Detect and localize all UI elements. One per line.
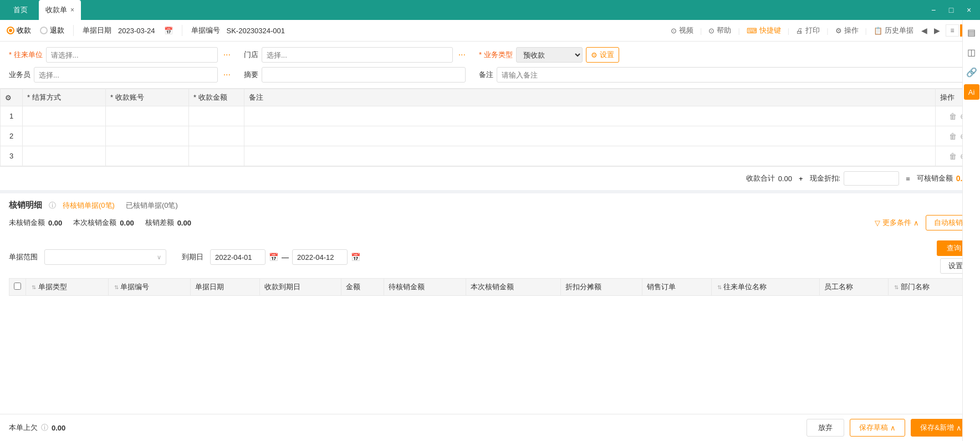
radio-shouquan[interactable]: 收款	[7, 25, 31, 35]
more-conditions-btn[interactable]: ▽ 更多条件 ∧	[875, 218, 919, 228]
shortcut-btn[interactable]: ⌨ 快捷键	[744, 25, 783, 35]
delete-icon-2[interactable]: 🗑	[949, 132, 957, 141]
calendar-to-icon[interactable]: 📅	[351, 253, 360, 261]
total-value: 0.00	[778, 175, 792, 183]
account-cell-2[interactable]	[106, 126, 189, 146]
video-btn[interactable]: ⊙ 视频	[668, 25, 696, 35]
minimize-button[interactable]: −	[927, 3, 940, 17]
filter-icon: ▽	[875, 219, 880, 227]
remarks-input[interactable]	[497, 67, 971, 83]
salesperson-more-icon[interactable]: ···	[223, 70, 231, 80]
bill-range-select[interactable]: ∨	[44, 249, 166, 265]
select-all-checkbox[interactable]	[14, 283, 21, 290]
amount-cell-3[interactable]	[189, 146, 244, 166]
discount-label: 现金折扣:	[810, 173, 841, 183]
maximize-button[interactable]: □	[945, 3, 958, 17]
payment-type-group: 收款 退款	[7, 25, 64, 35]
delete-icon-3[interactable]: 🗑	[949, 152, 957, 161]
bottom-bar: 本单上欠 ⓘ 0.00 放弃 保存草稿 ∧ 保存&新增 ∧	[0, 414, 980, 441]
row-num-2: 2	[1, 126, 23, 146]
toolbar-right: ⊙ 视频 | ⊙ 帮助 | ⌨ 快捷键 | 🖨 打印 | ⚙ 操作	[668, 24, 973, 37]
side-link-icon[interactable]: 🔗	[964, 64, 979, 80]
nav-left-icon[interactable]: ◀	[920, 26, 928, 35]
calendar-from-icon[interactable]: 📅	[269, 253, 278, 261]
summary-input[interactable]	[262, 67, 466, 83]
nav-right-icon[interactable]: ▶	[933, 26, 941, 35]
divider	[73, 25, 74, 36]
calendar-icon[interactable]: 📅	[164, 27, 173, 35]
history-btn[interactable]: 📋 历史单据	[871, 25, 916, 35]
side-ai-button[interactable]: Ai	[964, 84, 979, 100]
pending-tab-link[interactable]: 待核销单据(0笔)	[63, 201, 115, 211]
col-settings-header[interactable]: ⚙	[1, 89, 23, 106]
date-to-input[interactable]	[292, 249, 348, 265]
col-sales-order-header: 销售订单	[642, 279, 711, 296]
store-field: 门店 ···	[244, 47, 466, 63]
setting-button[interactable]: ⚙ 设置	[586, 47, 619, 63]
col-type-header: ⇅ 单据类型	[26, 279, 109, 296]
info-icon-2[interactable]: ⓘ	[41, 423, 48, 433]
bottom-bar-left: 本单上欠 ⓘ 0.00	[9, 423, 65, 433]
settlement-cell-3[interactable]	[23, 146, 106, 166]
discount-input[interactable]	[844, 171, 899, 186]
side-table-icon[interactable]: ▤	[964, 24, 979, 40]
remark-cell-3[interactable]	[244, 146, 936, 166]
counterpart-more-icon[interactable]: ···	[223, 50, 231, 60]
amount-cell-1[interactable]	[189, 106, 244, 126]
delete-icon-1[interactable]: 🗑	[949, 112, 957, 121]
store-input[interactable]	[262, 47, 453, 63]
amount-cell-2[interactable]	[189, 126, 244, 146]
bill-range-label: 单据范围	[9, 252, 38, 262]
radio-checked-icon	[7, 27, 14, 34]
operation-btn[interactable]: ⚙ 操作	[833, 25, 861, 35]
summary-row: 收款合计 0.00 + 现金折扣: = 可核销金额 0.00	[0, 166, 980, 190]
equals-sign: =	[906, 175, 910, 183]
list-view-btn[interactable]: ≡	[946, 24, 959, 37]
save-draft-button[interactable]: 保存草稿 ∧	[850, 419, 905, 437]
store-more-icon[interactable]: ···	[458, 50, 466, 60]
date-label: 单据日期	[83, 25, 111, 35]
reconcile-title: 核销明细	[9, 200, 42, 211]
info-icon[interactable]: ⓘ	[49, 201, 56, 211]
remark-cell-1[interactable]	[244, 106, 936, 126]
done-tab-link[interactable]: 已核销单据(0笔)	[126, 201, 178, 211]
checkbox-col-header[interactable]	[9, 279, 26, 296]
close-button[interactable]: ×	[962, 3, 976, 17]
right-panel: ▤ ◫ 🔗 Ai	[962, 20, 980, 441]
business-type-select[interactable]: 预收款	[516, 47, 583, 63]
operation-icon: ⚙	[835, 27, 842, 35]
radio-tuikuan[interactable]: 退款	[40, 25, 64, 35]
form-section: * 往来单位 ··· 门店 ··· * 业务类型 预收款 ⚙ 设置	[0, 42, 980, 89]
main-content: 收款 退款 单据日期 2023-03-24 📅 单据编号 SK-20230324…	[0, 20, 980, 441]
business-type-label: * 业务类型	[479, 50, 513, 60]
salesperson-input[interactable]	[34, 67, 218, 83]
business-type-field: * 业务类型 预收款 ⚙ 设置	[479, 47, 619, 63]
settlement-cell-2[interactable]	[23, 126, 106, 146]
account-cell-1[interactable]	[106, 106, 189, 126]
settings-icon: ⚙	[5, 94, 12, 102]
unrec-stat: 未核销金额 0.00	[9, 218, 62, 228]
date-value: 2023-03-24	[118, 27, 155, 35]
tab-active[interactable]: 收款单 ×	[39, 0, 81, 20]
side-form-icon[interactable]: ◫	[964, 44, 979, 60]
col-due-header: 收款到期日	[259, 279, 341, 296]
col-employee-header: 员工名称	[820, 279, 889, 296]
counterpart-input[interactable]	[46, 47, 218, 63]
tab-close-icon[interactable]: ×	[70, 6, 74, 14]
account-cell-3[interactable]	[106, 146, 189, 166]
settlement-cell-1[interactable]	[23, 106, 106, 126]
store-label: 门店	[244, 50, 258, 60]
help-btn[interactable]: ⊙ 帮助	[706, 25, 733, 35]
col-department-header: ⇅ 部门名称	[889, 279, 971, 296]
chevron-up-icon: ∧	[913, 219, 919, 227]
bottom-bar-right: 放弃 保存草稿 ∧ 保存&新增 ∧	[807, 419, 971, 437]
remark-cell-2[interactable]	[244, 126, 936, 146]
date-from-input[interactable]	[210, 249, 266, 265]
ben-dan-value: 0.00	[52, 424, 65, 432]
tab-home[interactable]: 首页	[4, 0, 37, 20]
diff-value: 0.00	[177, 219, 191, 227]
bill-number-label: 单据编号	[191, 25, 220, 35]
print-btn[interactable]: 🖨 打印	[794, 25, 822, 35]
abandon-button[interactable]: 放弃	[807, 419, 844, 437]
form-row-1: * 往来单位 ··· 门店 ··· * 业务类型 预收款 ⚙ 设置	[9, 47, 971, 63]
